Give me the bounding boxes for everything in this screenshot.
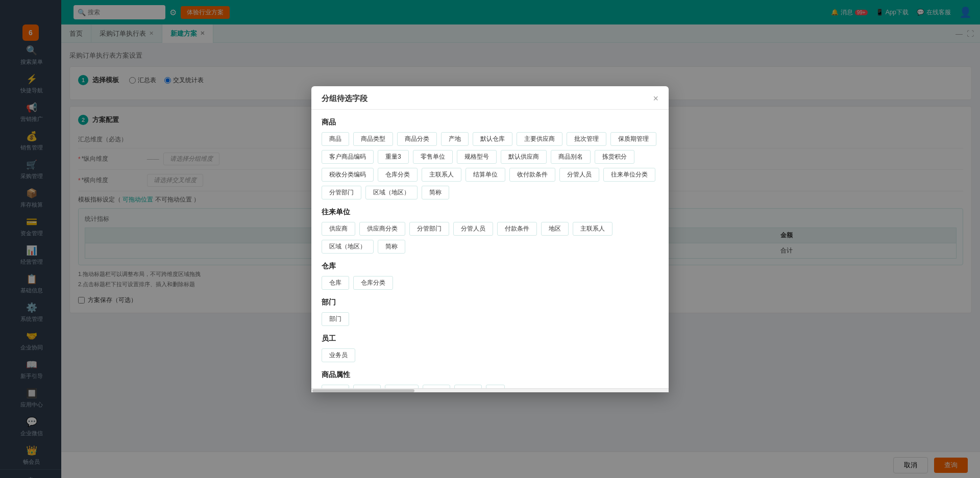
field-tag-5-1[interactable]: 颜色 (353, 385, 381, 389)
field-tag-1-7[interactable]: 区域（地区） (322, 240, 374, 254)
field-tag-1-6[interactable]: 主联系人 (573, 222, 612, 236)
field-tag-0-4[interactable]: 默认仓库 (473, 132, 512, 146)
section-title-1: 往来单位 (322, 208, 658, 217)
field-tag-0-10[interactable]: 零售单位 (413, 150, 453, 164)
field-tag-0-24[interactable]: 简称 (422, 186, 449, 199)
field-tag-0-9[interactable]: 重量3 (378, 150, 409, 164)
field-tag-1-3[interactable]: 分管人员 (453, 222, 493, 236)
field-tags-0: 商品商品类型商品分类产地默认仓库主要供应商批次管理保质期管理客户商品编码重量3零… (322, 132, 658, 199)
field-tag-0-15[interactable]: 税收分类编码 (322, 168, 374, 182)
field-tag-0-14[interactable]: 拣货积分 (595, 150, 634, 164)
field-tag-0-19[interactable]: 收付款条件 (509, 168, 555, 182)
modal-close-button[interactable]: × (653, 93, 658, 104)
field-tags-3: 部门 (322, 312, 658, 326)
field-tag-0-16[interactable]: 仓库分类 (378, 168, 418, 182)
modal-horizontal-scrollbar[interactable] (311, 388, 669, 392)
modal-title: 分组待选字段 (322, 94, 368, 104)
field-tag-0-20[interactable]: 分管人员 (559, 168, 599, 182)
field-tag-2-0[interactable]: 仓库 (322, 276, 349, 290)
field-tag-0-12[interactable]: 默认供应商 (501, 150, 547, 164)
field-tag-0-6[interactable]: 批次管理 (567, 132, 606, 146)
section-title-0: 商品 (322, 118, 658, 127)
field-tag-0-21[interactable]: 往来单位分类 (603, 168, 655, 182)
field-tag-0-18[interactable]: 结算单位 (465, 168, 505, 182)
field-tag-1-1[interactable]: 供应商分类 (359, 222, 405, 236)
field-tag-1-2[interactable]: 分管部门 (409, 222, 449, 236)
modal-dialog: 分组待选字段 × 商品商品商品类型商品分类产地默认仓库主要供应商批次管理保质期管… (311, 86, 669, 392)
field-tag-5-4[interactable]: 鞋码 (454, 385, 482, 389)
field-tag-5-5[interactable]: 1 (486, 385, 505, 389)
field-tag-0-2[interactable]: 商品分类 (397, 132, 437, 146)
field-tag-0-7[interactable]: 保质期管理 (610, 132, 656, 146)
field-tag-1-0[interactable]: 供应商 (322, 222, 355, 236)
section-title-5: 商品属性 (322, 370, 658, 380)
field-tag-0-11[interactable]: 规格型号 (457, 150, 497, 164)
field-tags-4: 业务员 (322, 348, 658, 362)
field-tag-0-3[interactable]: 产地 (441, 132, 469, 146)
field-tags-5: 属性颜色多规格尺码鞋码1 (322, 385, 658, 389)
field-tags-1: 供应商供应商分类分管部门分管人员付款条件地区主联系人区域（地区）简称 (322, 222, 658, 254)
field-tag-0-13[interactable]: 商品别名 (551, 150, 591, 164)
modal-body: 商品商品商品类型商品分类产地默认仓库主要供应商批次管理保质期管理客户商品编码重量… (311, 110, 669, 389)
section-title-2: 仓库 (322, 262, 658, 271)
field-tag-1-5[interactable]: 地区 (541, 222, 569, 236)
modal-header: 分组待选字段 × (311, 86, 669, 110)
field-tag-0-17[interactable]: 主联系人 (422, 168, 461, 182)
field-tag-5-2[interactable]: 多规格 (385, 385, 419, 389)
field-tag-0-22[interactable]: 分管部门 (322, 186, 361, 199)
field-tag-5-0[interactable]: 属性 (322, 385, 349, 389)
field-tags-2: 仓库仓库分类 (322, 276, 658, 290)
field-tag-1-8[interactable]: 简称 (378, 240, 405, 254)
field-tag-1-4[interactable]: 付款条件 (497, 222, 537, 236)
field-tag-0-5[interactable]: 主要供应商 (517, 132, 562, 146)
field-tag-3-0[interactable]: 部门 (322, 312, 349, 326)
field-tag-5-3[interactable]: 尺码 (423, 385, 450, 389)
field-tag-0-8[interactable]: 客户商品编码 (322, 150, 374, 164)
section-title-3: 部门 (322, 298, 658, 307)
field-tag-0-0[interactable]: 商品 (322, 132, 349, 146)
field-tag-4-0[interactable]: 业务员 (322, 348, 355, 362)
section-title-4: 员工 (322, 334, 658, 343)
field-tag-0-1[interactable]: 商品类型 (353, 132, 393, 146)
field-tag-2-1[interactable]: 仓库分类 (353, 276, 393, 290)
modal-overlay[interactable]: 分组待选字段 × 商品商品商品类型商品分类产地默认仓库主要供应商批次管理保质期管… (0, 0, 980, 478)
field-tag-0-23[interactable]: 区域（地区） (365, 186, 418, 199)
